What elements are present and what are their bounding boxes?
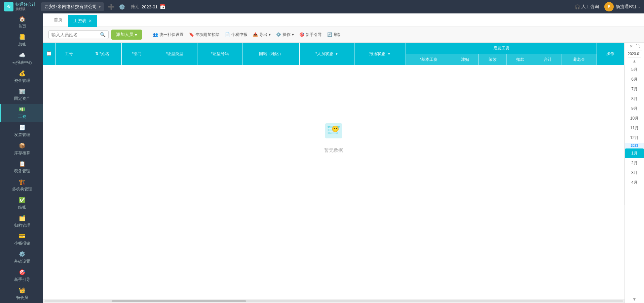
- month-item-7[interactable]: 7月: [625, 84, 644, 94]
- top-right-area: 🎧 人工咨询 B 畅捷通B组...: [575, 2, 640, 11]
- month-item-2023-01[interactable]: 1月: [625, 148, 644, 158]
- guide-toolbar-label: 新手引导: [306, 32, 322, 38]
- month-item-11[interactable]: 11月: [625, 123, 644, 133]
- cloud-icon: ☁️: [19, 52, 26, 58]
- company-dropdown-arrow: ▾: [99, 5, 101, 9]
- month-item-12[interactable]: 12月: [625, 133, 644, 143]
- sidebar-label-ledger: 总账: [18, 42, 26, 47]
- settings-icon: ⚙️: [19, 251, 26, 257]
- sidebar-item-expense[interactable]: 💳 小畅报销: [0, 231, 43, 249]
- sidebar-item-settings[interactable]: ⚙️ 基础设置: [0, 249, 43, 267]
- logo-text-block: 畅通好会计 旗舰版: [15, 2, 36, 11]
- sidebar: 🏠 首页 📒 总账 ☁️ 云报表中心 💰 资金管理 🏢 固定资产 💵 工资: [0, 13, 43, 303]
- empty-state: 😐 暂无数据: [46, 68, 621, 202]
- sidebar-label-multi: 多机构管理: [12, 186, 32, 192]
- sidebar-item-ledger[interactable]: 📒 总账: [0, 32, 43, 50]
- expense-icon: 💳: [19, 233, 26, 239]
- sidebar-item-tax[interactable]: 📋 税务管理: [0, 158, 43, 176]
- panel-close-icon[interactable]: ✕: [630, 44, 633, 49]
- month-item-9[interactable]: 9月: [625, 104, 644, 114]
- sidebar-item-member[interactable]: 👑 畅会员: [0, 285, 43, 303]
- tax-icon: 📋: [19, 161, 26, 167]
- top-bar-settings[interactable]: ⚙️: [119, 4, 125, 10]
- action-social[interactable]: 👥 统一社保设置: [153, 32, 184, 38]
- month-item-10[interactable]: 10月: [625, 114, 644, 123]
- panel-nav-down[interactable]: ▼: [631, 296, 638, 303]
- tab-salary-close[interactable]: ✕: [88, 18, 92, 23]
- panel-nav-up[interactable]: ▲: [631, 57, 638, 65]
- action-refresh[interactable]: 🔄 刷新: [327, 32, 342, 38]
- action-guide[interactable]: 🎯 新手引导: [299, 32, 322, 38]
- assets-icon: 🏢: [19, 88, 26, 94]
- company-selector[interactable]: 西安虾米网络科技有限公司 ▾: [41, 2, 104, 11]
- month-item-2023-04[interactable]: 4月: [625, 178, 644, 187]
- action-export[interactable]: 📤 导出 ▾: [253, 32, 271, 38]
- user-name[interactable]: 畅捷通B组...: [616, 4, 640, 10]
- period-display: 2023.01: [628, 50, 641, 57]
- calendar-icon[interactable]: 📅: [160, 4, 165, 9]
- add-person-arrow: ▾: [135, 32, 137, 37]
- sidebar-label-settings: 基础设置: [14, 259, 30, 264]
- fund-icon: 💰: [19, 70, 26, 77]
- support-button[interactable]: 🎧 人工咨询: [575, 4, 599, 10]
- action-tax[interactable]: 📄 个税申报: [225, 32, 248, 38]
- sort-icon-name: ⇅: [95, 51, 99, 56]
- sidebar-item-multi[interactable]: 🏗️ 多机构管理: [0, 176, 43, 194]
- sidebar-label-expense: 小畅报销: [14, 241, 30, 246]
- sidebar-item-home[interactable]: 🏠 首页: [0, 13, 43, 32]
- month-item-8[interactable]: 8月: [625, 94, 644, 104]
- sidebar-label-home: 首页: [18, 24, 26, 29]
- special-label: 专项附加扣除: [195, 32, 220, 38]
- add-person-button[interactable]: 添加人员 ▾: [111, 30, 142, 40]
- social-label: 统一社保设置: [159, 32, 184, 38]
- month-item-2023-02[interactable]: 2月: [625, 158, 644, 168]
- month-panel-header: ✕ ⛶: [627, 43, 642, 50]
- th-total: 合计: [534, 54, 562, 66]
- sidebar-label-tax: 税务管理: [14, 168, 30, 174]
- logo-area: 会 畅通好会计 旗舰版: [4, 2, 36, 11]
- top-bar-add[interactable]: ➕: [108, 4, 115, 10]
- sidebar-item-salary[interactable]: 💵 工资: [0, 104, 43, 122]
- sidebar-item-cloud[interactable]: ☁️ 云报表中心: [0, 50, 43, 68]
- year-badge-2023: 2023: [625, 143, 644, 148]
- operate-arrow: ▾: [292, 32, 294, 37]
- filter-icon-report[interactable]: ▼: [387, 52, 391, 56]
- sidebar-item-assets[interactable]: 🏢 固定资产: [0, 86, 43, 104]
- table-and-panel: 工号 ⇅ *姓名 *部门 *证型类型 *证型号码 国籍（地区）: [43, 43, 644, 303]
- special-icon: 🔖: [189, 32, 194, 37]
- period-value: 2023-01: [142, 4, 158, 9]
- invoice-icon: 🧾: [19, 124, 26, 131]
- sidebar-item-settle[interactable]: ✅ 结账: [0, 194, 43, 213]
- month-item-2023-03[interactable]: 3月: [625, 168, 644, 178]
- empty-text: 暂无数据: [324, 147, 343, 154]
- period-info: 账期 2023-01 📅: [131, 4, 165, 10]
- export-arrow: ▾: [269, 32, 271, 37]
- th-performance: 绩效: [479, 54, 506, 66]
- sidebar-item-fund[interactable]: 💰 资金管理: [0, 68, 43, 86]
- select-all-checkbox[interactable]: [47, 51, 51, 56]
- action-operate[interactable]: ⚙️ 操作 ▾: [276, 32, 294, 38]
- add-person-label: 添加人员: [116, 32, 134, 38]
- app-container: 会 畅通好会计 旗舰版 西安虾米网络科技有限公司 ▾ ➕ ⚙️ 账期 2023-…: [0, 0, 644, 303]
- action-special[interactable]: 🔖 专项附加扣除: [189, 32, 220, 38]
- period-display-value: 2023.01: [628, 52, 641, 56]
- sidebar-item-invoice[interactable]: 🧾 发票管理: [0, 122, 43, 140]
- scrollbar-area: [43, 299, 624, 303]
- main-layout: 🏠 首页 📒 总账 ☁️ 云报表中心 💰 资金管理 🏢 固定资产 💵 工资: [0, 13, 644, 303]
- sidebar-item-guide[interactable]: 🎯 新手引导: [0, 267, 43, 285]
- table-wrapper: 工号 ⇅ *姓名 *部门 *证型类型 *证型号码 国籍（地区）: [43, 43, 624, 299]
- month-item-5[interactable]: 5月: [625, 65, 644, 75]
- scrollbar-track: [44, 300, 623, 302]
- sidebar-item-archive[interactable]: 🗂️ 归档管理: [0, 213, 43, 231]
- tab-home[interactable]: 首页: [48, 13, 68, 27]
- headset-icon: 🎧: [575, 4, 580, 9]
- empty-state-cell: 😐 暂无数据: [43, 65, 624, 205]
- tab-salary[interactable]: 工资表 ✕: [68, 15, 97, 27]
- filter-icon-status[interactable]: ▼: [335, 52, 338, 56]
- search-input[interactable]: [51, 32, 99, 37]
- sidebar-item-inventory[interactable]: 📦 库存核算: [0, 140, 43, 158]
- month-item-6[interactable]: 6月: [625, 75, 644, 84]
- panel-expand-icon[interactable]: ⛶: [636, 44, 640, 49]
- refresh-icon: 🔄: [327, 32, 332, 37]
- scrollbar-thumb[interactable]: [112, 300, 246, 302]
